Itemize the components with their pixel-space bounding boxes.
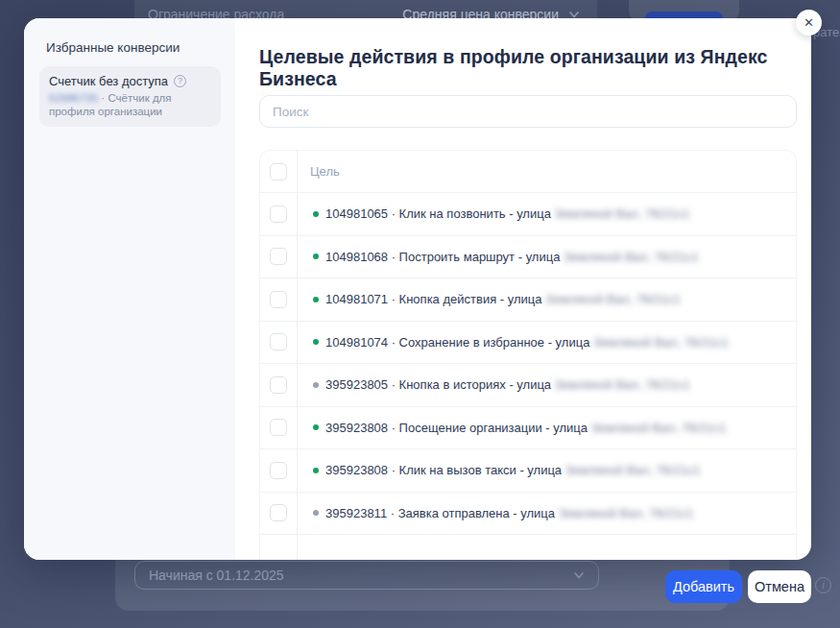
goal-cell: 395923805 · Кнопка в историях - улица Зе… xyxy=(298,377,690,392)
table-row[interactable]: 395923808 · Посещение организации - улиц… xyxy=(260,407,796,450)
goal-cell: 104981065 · Клик на позвонить - улица Зе… xyxy=(298,206,689,221)
counter-id-masked: 62986735 xyxy=(49,92,98,104)
background-button-card xyxy=(629,0,739,19)
favorite-conversions-sidebar: Избранные конверсии Счетчик без доступа … xyxy=(24,18,235,560)
select-all-checkbox[interactable] xyxy=(270,163,287,181)
info-icon[interactable]: i xyxy=(815,577,831,593)
goal-cell: 104981074 · Сохранение в избранное - ули… xyxy=(298,335,729,350)
goal-status-dot xyxy=(313,339,319,345)
sidebar-title: Избранные конверсии xyxy=(46,40,220,55)
goal-rows: 104981065 · Клик на позвонить - улица Зе… xyxy=(260,193,796,535)
goal-address-masked: Земляной Вал, 76/21с1 xyxy=(545,292,681,306)
counter-name: Счетчик без доступа xyxy=(49,74,168,88)
goal-label: 104981065 · Клик на позвонить - улица Зе… xyxy=(325,206,689,221)
goal-status-dot xyxy=(313,297,319,302)
goal-address-masked: Земляной Вал, 76/21с1 xyxy=(555,206,690,221)
goal-status-dot xyxy=(313,468,319,473)
goal-label: 104981071 · Кнопка действия - улица Земл… xyxy=(325,292,681,306)
goal-table: Цель 104981065 · Клик на позвонить - ули… xyxy=(259,150,797,560)
row-checkbox-cell xyxy=(260,407,298,449)
row-checkbox[interactable] xyxy=(270,333,287,350)
goal-picker-dialog: Избранные конверсии Счетчик без доступа … xyxy=(24,18,811,560)
goal-cell: 104981068 · Построить маршрут - улица Зе… xyxy=(298,250,699,264)
row-checkbox[interactable] xyxy=(270,376,287,394)
goal-cell: 104981071 · Кнопка действия - улица Земл… xyxy=(298,292,681,306)
goal-column-header: Цель xyxy=(298,164,340,179)
row-checkbox[interactable] xyxy=(270,419,287,436)
goal-cell: 395923808 · Посещение организации - улиц… xyxy=(298,421,727,435)
goal-status-dot xyxy=(313,424,319,430)
table-row[interactable]: 395923808 · Клик на вызов такси - улица … xyxy=(260,449,796,493)
goal-label: 395923808 · Посещение организации - улиц… xyxy=(325,421,727,435)
goal-address-masked: Земляной Вал, 76/21с1 xyxy=(593,335,729,350)
table-row[interactable]: 395923805 · Кнопка в историях - улица Зе… xyxy=(260,364,796,407)
dialog-title: Целевые действия в профиле организации и… xyxy=(259,46,802,90)
table-header-row: Цель xyxy=(260,151,796,193)
goal-status-dot xyxy=(313,510,319,516)
goal-status-dot xyxy=(313,211,319,217)
row-checkbox-cell xyxy=(260,193,298,235)
goal-address-masked: Земляной Вал, 76/21с1 xyxy=(559,506,694,520)
table-row[interactable]: 104981074 · Сохранение в избранное - ули… xyxy=(260,322,796,365)
row-checkbox-cell xyxy=(260,364,298,406)
goal-status-dot xyxy=(313,382,319,388)
goal-label: 395923808 · Клик на вызов такси - улица … xyxy=(325,463,701,477)
close-icon[interactable]: ✕ xyxy=(796,10,822,36)
row-checkbox[interactable] xyxy=(270,462,287,479)
help-icon[interactable]: ? xyxy=(174,75,186,87)
row-checkbox-cell xyxy=(260,322,298,364)
row-checkbox[interactable] xyxy=(270,205,287,223)
search-box xyxy=(259,95,797,128)
table-row[interactable]: 104981071 · Кнопка действия - улица Земл… xyxy=(260,278,796,322)
counter-description: 62986735 · Счётчик для профиля организац… xyxy=(49,91,203,118)
goal-address-masked: Земляной Вал, 76/21с1 xyxy=(564,250,699,264)
goal-label: 395923805 · Кнопка в историях - улица Зе… xyxy=(325,377,690,392)
table-row[interactable]: 104981068 · Построить маршрут - улица Зе… xyxy=(260,236,796,279)
goal-label: 104981074 · Сохранение в избранное - ули… xyxy=(325,335,729,350)
goal-address-masked: Земляной Вал, 76/21с1 xyxy=(565,463,701,477)
table-row[interactable]: 104981065 · Клик на позвонить - улица Зе… xyxy=(260,193,796,236)
goal-cell: 395923811 · Заявка отправлена - улица Зе… xyxy=(298,506,694,520)
goal-status-dot xyxy=(313,254,319,259)
table-row-partial xyxy=(260,535,796,560)
goal-picker-main: Целевые действия в профиле организации и… xyxy=(235,18,811,560)
row-checkbox-cell xyxy=(260,278,298,321)
goal-label: 104981068 · Построить маршрут - улица Зе… xyxy=(325,250,699,264)
row-checkbox[interactable] xyxy=(270,504,287,521)
row-checkbox[interactable] xyxy=(270,291,287,308)
search-input[interactable] xyxy=(260,96,796,127)
select-all-cell xyxy=(260,151,298,192)
goal-label: 395923811 · Заявка отправлена - улица Зе… xyxy=(325,506,694,520)
goal-address-masked: Земляной Вал, 76/21с1 xyxy=(555,377,690,392)
row-checkbox-cell xyxy=(260,493,298,535)
cancel-button[interactable]: Отмена xyxy=(748,570,811,603)
footer-actions: Добавить Отмена i xyxy=(0,570,840,603)
row-checkbox-cell xyxy=(260,449,298,492)
table-row[interactable]: 395923811 · Заявка отправлена - улица Зе… xyxy=(260,493,796,536)
row-checkbox-cell xyxy=(260,236,298,278)
goal-cell: 395923808 · Клик на вызов такси - улица … xyxy=(298,463,701,477)
counter-card[interactable]: Счетчик без доступа ? 62986735 · Счётчик… xyxy=(39,66,221,127)
add-button[interactable]: Добавить xyxy=(665,570,742,603)
goal-address-masked: Земляной Вал, 76/21с1 xyxy=(591,421,727,435)
row-checkbox[interactable] xyxy=(270,248,287,265)
